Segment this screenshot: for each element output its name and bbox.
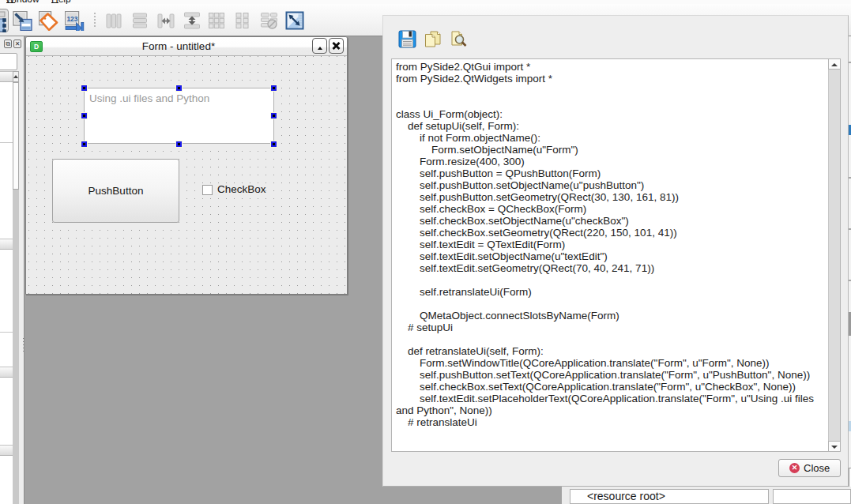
svg-text:123: 123 [66, 15, 77, 23]
